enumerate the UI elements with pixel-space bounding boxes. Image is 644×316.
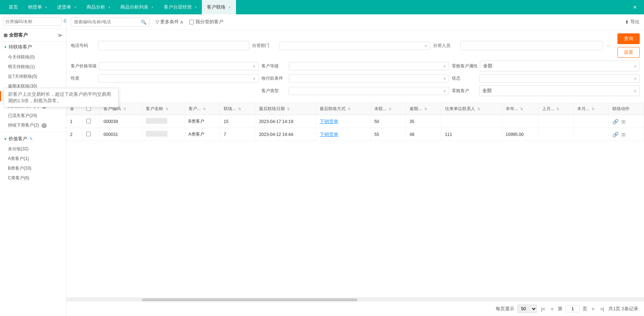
sidebar-item-class-a[interactable]: A类客户(1) xyxy=(0,154,66,164)
sidebar-item-churned[interactable]: 已流失客户(24) xyxy=(0,111,66,121)
sidebar-all-customers[interactable]: ⊞ 全部客户 ≫ xyxy=(0,29,66,42)
sort-icon-this-month[interactable]: ⇅ xyxy=(592,107,594,111)
sidebar-search-area: 🔍 xyxy=(0,14,66,29)
action-link-icon[interactable]: 🔗 xyxy=(612,132,618,137)
main-search-icon[interactable]: 🔍 xyxy=(141,19,147,25)
export-btn[interactable]: ⬆ 导出 xyxy=(625,19,640,25)
cell-checkbox[interactable] xyxy=(83,128,100,141)
sidebar: 🔍 ⊞ 全部客户 ≫ ▼ 待联络客户 今天待联络(0) 明天待联络(1) 近7天… xyxy=(0,14,66,316)
retail-attr-select[interactable]: 全部 ∨ xyxy=(480,61,640,71)
help-icon-declining[interactable]: ? xyxy=(42,123,47,128)
sidebar-group-pending[interactable]: ▼ 待联络客户 xyxy=(0,42,66,52)
row-checkbox[interactable] xyxy=(86,132,91,136)
customer-type-select[interactable]: ∨ xyxy=(289,87,449,95)
sidebar-item-today-pending[interactable]: 今天待联络(0) xyxy=(0,52,66,62)
nature-select[interactable]: ∨ xyxy=(98,74,259,82)
manager-dots-btn[interactable]: ··· xyxy=(604,43,612,48)
sidebar-item-class-b[interactable]: B类客户(33) xyxy=(0,164,66,173)
main-search-input[interactable] xyxy=(74,19,141,24)
cell-name xyxy=(142,128,185,141)
nav-home[interactable]: 首页 xyxy=(4,0,23,14)
sidebar-item-tomorrow-pending[interactable]: 明天待联络(1) xyxy=(0,62,66,72)
more-filters-btn[interactable]: ▽ 更多条件 ∧ xyxy=(153,17,186,27)
cell-checkbox[interactable] xyxy=(83,115,100,128)
table-row: 2 000031 A类客户 7 2023-04-12 14:44: 下销货单 5… xyxy=(66,128,644,141)
sidebar-collapse-btn[interactable]: ≫ xyxy=(57,33,62,38)
last-contact-link[interactable]: 下销货单 xyxy=(320,132,338,137)
scrollbar-thumb[interactable] xyxy=(142,298,357,301)
action-link-icon[interactable]: 🔗 xyxy=(612,119,618,124)
sort-icon-person[interactable]: ⇅ xyxy=(477,107,480,111)
settings-btn[interactable]: 设置 xyxy=(617,47,640,58)
th-last-month: 上月... ⇅ xyxy=(538,103,573,115)
edit-value-group-btn[interactable]: ✎ xyxy=(29,137,33,141)
sort-icon-contact[interactable]: ⇅ xyxy=(238,107,241,111)
dept-select[interactable]: ∨ xyxy=(279,42,431,50)
first-page-btn[interactable]: |< xyxy=(540,306,547,312)
sidebar-item-ungroup[interactable]: 未分组(32) xyxy=(0,144,66,154)
nav-product-analysis-list[interactable]: 商品分析列表 × xyxy=(115,0,158,14)
sidebar-item-7days-pending[interactable]: 近7天待联络(0) xyxy=(0,72,66,81)
close-product-analysis-list[interactable]: × xyxy=(151,0,153,14)
nav-sales-order[interactable]: 销货单 × xyxy=(23,0,52,14)
phone-input[interactable] xyxy=(98,41,249,50)
per-page-label: 每页显示 xyxy=(496,306,514,312)
status-select[interactable]: ∨ xyxy=(479,74,640,82)
close-sales-order[interactable]: × xyxy=(45,0,47,14)
filter-customer-level: 客户等级 ∨ xyxy=(261,62,449,70)
sort-icon-type[interactable]: ⇅ xyxy=(203,107,206,111)
sidebar-item-declining[interactable]: 持续下滑客户(2) ? xyxy=(0,121,66,130)
manager-input[interactable] xyxy=(460,41,603,50)
cell-last-contact-method[interactable]: 下销货单 xyxy=(316,115,370,128)
last-page-btn[interactable]: >| xyxy=(599,306,606,312)
filter-customer-type: 客户类型 ∨ xyxy=(261,87,449,95)
retail-customer-select[interactable]: 全部 ∨ xyxy=(479,85,640,96)
price-level-select[interactable]: ∨ xyxy=(99,62,259,70)
sort-icon-date[interactable]: ⇅ xyxy=(287,107,290,111)
close-product-analysis[interactable]: × xyxy=(108,0,110,14)
query-btn[interactable]: 查询 xyxy=(617,33,640,44)
next-page-btn[interactable]: > xyxy=(590,306,596,312)
sort-icon-overdue[interactable]: ⇅ xyxy=(424,107,427,111)
payment-select[interactable]: ∨ xyxy=(289,74,449,82)
action-grid-icon[interactable]: ⊞ xyxy=(621,119,626,124)
action-grid-icon[interactable]: ⊞ xyxy=(621,132,626,137)
filter-price-level: 客户价格等级 ∨ xyxy=(71,62,259,70)
cell-last-month xyxy=(538,115,573,128)
my-customers-checkbox-label[interactable]: 我分管的客户 xyxy=(189,19,223,25)
prev-page-btn[interactable]: < xyxy=(550,306,555,312)
th-actions: 联络动作 xyxy=(609,103,644,115)
cell-contact-person xyxy=(441,115,502,128)
sidebar-group-value[interactable]: ▼ 价值客户 ✎ xyxy=(0,133,66,144)
sort-icon-unlink[interactable]: ⇅ xyxy=(389,107,392,111)
sort-icon-method[interactable]: ⇅ xyxy=(348,107,351,111)
grid-icon: ⊞ xyxy=(4,33,8,38)
close-customer-tier[interactable]: × xyxy=(195,0,197,14)
nav-purchase-order[interactable]: 进货单 × xyxy=(52,0,81,14)
customer-level-select[interactable]: ∨ xyxy=(289,62,449,70)
cell-last-contact-date: 2023-04-12 14:44: xyxy=(255,128,316,141)
page-number-input[interactable] xyxy=(565,305,580,312)
sort-icon-code[interactable]: ⇅ xyxy=(123,107,126,111)
nav-product-analysis[interactable]: 商品分析 × xyxy=(82,0,115,14)
cell-last-contact-method[interactable]: 下销货单 xyxy=(316,128,370,141)
last-contact-link[interactable]: 下销货单 xyxy=(320,119,338,124)
sort-icon-name[interactable]: ⇅ xyxy=(166,107,168,111)
close-purchase-order[interactable]: × xyxy=(74,0,76,14)
sort-icon-year[interactable]: ⇅ xyxy=(520,107,523,111)
row-checkbox[interactable] xyxy=(86,119,91,123)
per-page-select[interactable]: 50 100 200 xyxy=(517,305,537,313)
my-customers-checkbox[interactable] xyxy=(189,20,194,24)
sidebar-item-class-c[interactable]: C类客户(6) xyxy=(0,173,66,183)
sidebar-search-input[interactable] xyxy=(3,17,62,26)
nav-customer-tier[interactable]: 客户分层经营 × xyxy=(159,0,202,14)
nav-customer-contact[interactable]: 客户联络 × xyxy=(202,0,236,14)
filter-form: 电话号码 分管部门 ∨ 分管人员 ··· xyxy=(66,30,644,103)
close-customer-contact[interactable]: × xyxy=(228,0,231,14)
sidebar-search-icon[interactable]: 🔍 xyxy=(63,19,66,24)
window-close-button[interactable]: × xyxy=(629,4,640,11)
table-row: 1 000039 B类客户 15 2023-04-17 14:19: 下销货单 … xyxy=(66,115,644,128)
horizontal-scrollbar[interactable] xyxy=(66,298,644,301)
filter-retail-customer: 零散客户 全部 ∨ xyxy=(452,85,640,96)
sort-icon-last-month[interactable]: ⇅ xyxy=(556,107,559,111)
